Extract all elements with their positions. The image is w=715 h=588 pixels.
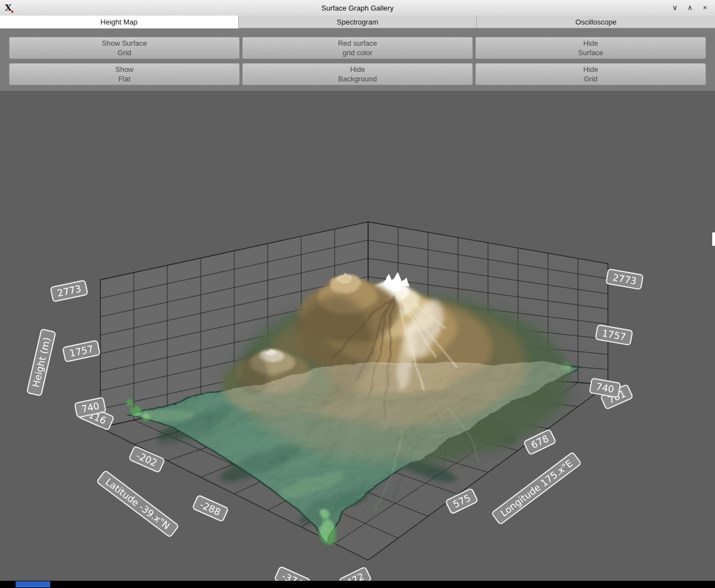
tab-height-map[interactable]: Height Map bbox=[0, 16, 239, 28]
button-label-line: Surface bbox=[578, 48, 603, 57]
bottom-taskbar bbox=[0, 581, 715, 588]
button-label-line: Show bbox=[115, 65, 134, 74]
button-label-line: Hide bbox=[350, 65, 365, 74]
toggle-flat-shading-button[interactable]: Show Flat bbox=[9, 63, 240, 85]
toggle-surface-grid-button[interactable]: Show Surface Grid bbox=[9, 37, 240, 59]
window-controls: ∨ ∧ × bbox=[670, 1, 709, 15]
screen-edge-artifact bbox=[712, 232, 715, 246]
button-label-line: Show Surface bbox=[102, 38, 147, 48]
button-label-line: Background bbox=[338, 74, 376, 84]
graph-controls-panel: Show Surface Grid Red surface grid color… bbox=[0, 28, 715, 91]
button-label-line: Hide bbox=[583, 65, 598, 74]
shade-window-icon[interactable]: ∨ bbox=[670, 1, 679, 15]
x11-app-icon: X bbox=[5, 4, 12, 12]
button-label-line: Grid bbox=[584, 74, 598, 84]
window-titlebar[interactable]: X Surface Graph Gallery ∨ ∧ × bbox=[0, 0, 715, 16]
tab-oscilloscope[interactable]: Oscilloscope bbox=[477, 16, 715, 28]
toggle-background-button[interactable]: Hide Background bbox=[242, 63, 473, 85]
window-title: Surface Graph Gallery bbox=[0, 4, 715, 12]
app-icon-accent bbox=[11, 11, 13, 13]
button-label-line: Hide bbox=[583, 38, 598, 48]
tab-spectrogram[interactable]: Spectrogram bbox=[239, 16, 477, 28]
taskbar-item[interactable] bbox=[16, 581, 50, 587]
surface-grid-color-button[interactable]: Red surface grid color bbox=[242, 37, 473, 59]
button-label-line: grid color bbox=[342, 48, 372, 57]
toggle-grid-button[interactable]: Hide Grid bbox=[475, 63, 706, 85]
button-label-line: Flat bbox=[118, 74, 131, 84]
button-label-line: Grid bbox=[118, 48, 132, 57]
tab-bar: Height Map Spectrogram Oscilloscope bbox=[0, 16, 715, 28]
graph-controls-grid: Show Surface Grid Red surface grid color… bbox=[9, 37, 706, 85]
maximize-window-icon[interactable]: ∧ bbox=[685, 1, 694, 15]
close-window-icon[interactable]: × bbox=[700, 1, 709, 15]
toggle-surface-button[interactable]: Hide Surface bbox=[475, 37, 706, 59]
button-label-line: Red surface bbox=[338, 38, 377, 48]
